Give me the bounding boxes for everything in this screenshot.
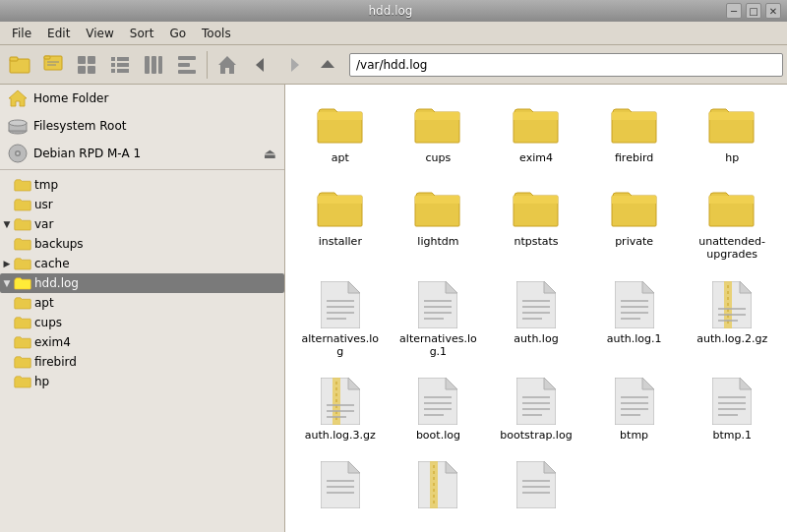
grid-view-button[interactable] bbox=[71, 49, 102, 81]
sidebar-item-debian[interactable]: Debian RPD M-A 1 ⏏ bbox=[0, 140, 284, 167]
new-folder-button[interactable] bbox=[4, 49, 35, 81]
file-item-firebird[interactable]: firebird bbox=[589, 94, 680, 170]
usr-label: usr bbox=[34, 198, 53, 211]
expand-arrow-cache: ▶ bbox=[0, 259, 14, 268]
file-item-apt[interactable]: apt bbox=[295, 94, 386, 170]
close-button[interactable]: ✕ bbox=[765, 3, 781, 19]
svg-rect-13 bbox=[117, 63, 129, 67]
sidebar-item-backups[interactable]: backups bbox=[0, 234, 284, 254]
sidebar-item-apt-sub[interactable]: apt bbox=[0, 293, 284, 313]
file-item-boot-log[interactable]: boot.log bbox=[394, 372, 484, 447]
file-item-private[interactable]: private bbox=[589, 178, 680, 266]
file-item-btmp-1[interactable]: btmp.1 bbox=[687, 372, 777, 447]
svg-marker-52 bbox=[642, 281, 654, 293]
svg-marker-25 bbox=[321, 60, 334, 68]
file-item-exim4[interactable]: exim4 bbox=[491, 94, 581, 170]
file-name-ntpstats: ntpstats bbox=[514, 235, 558, 248]
svg-marker-65 bbox=[348, 378, 360, 389]
svg-rect-14 bbox=[111, 69, 115, 73]
file-item-installer[interactable]: installer bbox=[295, 178, 386, 266]
sidebar-item-hdd-log[interactable]: ▼ hdd.log bbox=[0, 273, 284, 293]
disk-icon bbox=[8, 144, 28, 163]
sidebar-item-cache[interactable]: ▶ cache bbox=[0, 254, 284, 273]
file-item-lightdm[interactable]: lightdm bbox=[394, 178, 484, 266]
menu-edit[interactable]: Edit bbox=[39, 25, 78, 42]
textfile-icon-boot-log bbox=[414, 378, 461, 425]
eject-icon[interactable]: ⏏ bbox=[264, 146, 276, 161]
file-item-row5-2[interactable] bbox=[394, 455, 484, 518]
maximize-button[interactable]: □ bbox=[746, 3, 761, 19]
home-folder-icon bbox=[8, 89, 28, 108]
file-item-hp[interactable]: hp bbox=[687, 94, 777, 170]
file-item-cups[interactable]: cups bbox=[394, 94, 484, 170]
address-input[interactable] bbox=[349, 53, 783, 77]
file-name-btmp-1: btmp.1 bbox=[712, 429, 752, 442]
folder-icon-var bbox=[14, 216, 31, 232]
tree-view-button[interactable] bbox=[171, 49, 203, 81]
file-name-bootstrap-log: bootstrap.log bbox=[500, 429, 572, 442]
sidebar-item-filesystem-root[interactable]: Filesystem Root bbox=[0, 112, 284, 140]
file-item-unattended-upgrades[interactable]: unattended-upgrades bbox=[687, 178, 777, 266]
sidebar-item-hp-sub[interactable]: hp bbox=[0, 372, 284, 391]
sidebar-item-var[interactable]: ▼ var bbox=[0, 214, 284, 234]
columns-view-button[interactable] bbox=[138, 49, 169, 81]
file-item-auth-log[interactable]: auth.log bbox=[491, 275, 581, 364]
svg-rect-16 bbox=[145, 56, 150, 74]
exim4-sub-label: exim4 bbox=[34, 335, 71, 349]
sidebar-item-home-folder[interactable]: Home Folder bbox=[0, 85, 284, 112]
window-controls: ─ □ ✕ bbox=[726, 3, 781, 19]
file-item-alternatives-log-1[interactable]: alternatives.log.1 bbox=[394, 275, 484, 364]
svg-marker-40 bbox=[446, 281, 457, 293]
folder-icon-cache bbox=[14, 256, 31, 271]
list-view-button[interactable] bbox=[104, 49, 136, 81]
file-name-boot-log: boot.log bbox=[416, 429, 460, 442]
sidebar-item-exim4-sub[interactable]: exim4 bbox=[0, 332, 284, 352]
sidebar-item-cups-sub[interactable]: cups bbox=[0, 313, 284, 332]
home-button[interactable] bbox=[212, 49, 243, 81]
minimize-button[interactable]: ─ bbox=[726, 3, 742, 19]
bookmarks-button[interactable] bbox=[37, 49, 69, 81]
svg-rect-1 bbox=[10, 57, 18, 61]
folder-icon-firebird-sub bbox=[14, 354, 31, 370]
zipfile-icon-row5-2 bbox=[414, 461, 461, 508]
textfile-icon-btmp bbox=[611, 378, 658, 425]
textfile-icon-bootstrap-log bbox=[513, 378, 560, 425]
svg-marker-23 bbox=[256, 58, 264, 72]
file-name-alternatives-log-1: alternatives.log.1 bbox=[398, 332, 477, 358]
back-button[interactable] bbox=[245, 49, 276, 81]
svg-rect-10 bbox=[111, 57, 115, 61]
file-item-ntpstats[interactable]: ntpstats bbox=[491, 178, 581, 266]
file-item-auth-log-2-gz[interactable]: auth.log.2.gz bbox=[687, 275, 777, 364]
menu-view[interactable]: View bbox=[78, 25, 121, 42]
file-item-alternatives-log[interactable]: alternatives.log bbox=[295, 275, 386, 364]
menu-go[interactable]: Go bbox=[161, 25, 194, 42]
svg-rect-15 bbox=[117, 69, 129, 73]
file-name-auth-log-3-gz: auth.log.3.gz bbox=[305, 429, 376, 442]
window-title: hdd.log bbox=[55, 4, 726, 18]
file-name-firebird: firebird bbox=[615, 151, 653, 164]
file-item-bootstrap-log[interactable]: bootstrap.log bbox=[491, 372, 581, 447]
menu-file[interactable]: File bbox=[4, 25, 39, 42]
file-name-unattended-upgrades: unattended-upgrades bbox=[693, 235, 771, 261]
forward-button[interactable] bbox=[278, 49, 310, 81]
svg-marker-72 bbox=[446, 378, 457, 389]
sidebar-item-firebird-sub[interactable]: firebird bbox=[0, 352, 284, 372]
expand-arrow-hdd-log: ▼ bbox=[0, 278, 14, 288]
file-item-auth-log-1[interactable]: auth.log.1 bbox=[589, 275, 680, 364]
file-item-auth-log-3-gz[interactable]: auth.log.3.gz bbox=[295, 372, 386, 447]
svg-marker-46 bbox=[544, 281, 556, 293]
svg-marker-22 bbox=[218, 56, 236, 74]
menu-tools[interactable]: Tools bbox=[194, 25, 239, 42]
firebird-sub-label: firebird bbox=[34, 355, 77, 369]
menu-sort[interactable]: Sort bbox=[122, 25, 162, 42]
folder-icon-lightdm bbox=[414, 184, 461, 231]
file-item-row5-3[interactable] bbox=[491, 455, 581, 518]
files-grid: apt cups exim4 bbox=[295, 94, 777, 518]
up-button[interactable] bbox=[312, 49, 343, 81]
file-item-btmp[interactable]: btmp bbox=[589, 372, 680, 447]
file-name-apt: apt bbox=[332, 151, 349, 164]
sidebar-item-tmp[interactable]: tmp bbox=[0, 175, 284, 195]
sidebar-item-usr[interactable]: usr bbox=[0, 195, 284, 214]
file-item-row5-1[interactable] bbox=[295, 455, 386, 518]
expand-arrow-var: ▼ bbox=[0, 219, 14, 229]
